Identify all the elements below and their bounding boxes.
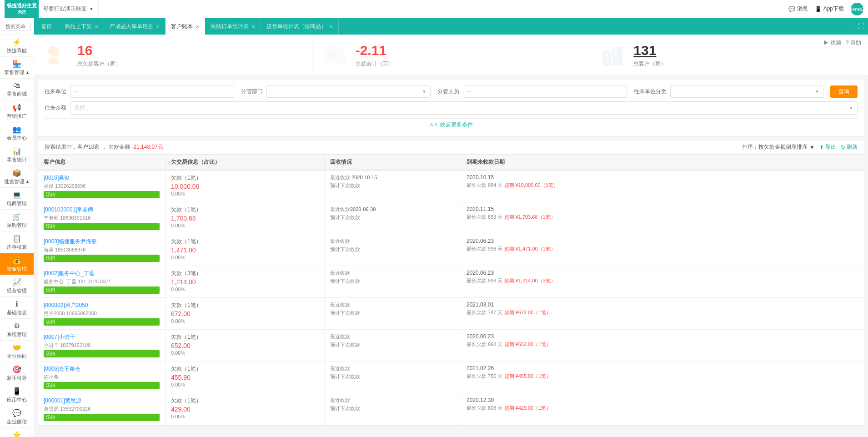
- refresh-btn[interactable]: ↻ 刷新: [841, 143, 858, 151]
- sidebar-item-purchase-mgmt[interactable]: 🛒 采购管理: [0, 210, 34, 231]
- stat3-content: 131 总客户（家）: [633, 43, 666, 68]
- dept-chevron-icon: ▼: [422, 89, 426, 94]
- source-unit-label: 往来单位: [45, 88, 66, 95]
- filter-unit-class: 往来单位分类 ▼: [634, 85, 823, 98]
- due-link-6[interactable]: 超期 ¥455.90（1笔）: [504, 373, 552, 379]
- due-link-5[interactable]: 超期 ¥652.00（1笔）: [504, 342, 552, 347]
- user-profile[interactable]: demo2: [851, 3, 863, 15]
- sidebar-item-changhui[interactable]: ⭐ 畅会员: [0, 428, 34, 437]
- message-btn[interactable]: 💬 消息: [788, 5, 808, 13]
- sidebar-item-enterprise-wechat[interactable]: 💬 企业微信: [0, 406, 34, 428]
- td-recover-3: 最近收款 预计下次收款: [325, 266, 461, 297]
- purchase-mgmt-icon: 🛒: [12, 212, 21, 221]
- customer-link-4[interactable]: [000002]用户2050: [44, 301, 160, 309]
- dept-select[interactable]: ▼: [266, 85, 431, 98]
- video-btn[interactable]: ▶ 视频: [823, 39, 841, 47]
- basic-info-icon: ℹ: [15, 300, 18, 308]
- sidebar-search[interactable]: [0, 18, 34, 35]
- stat2-label: 欠款合计（万）: [356, 60, 394, 68]
- sidebar-item-marketing[interactable]: 📢 营销推广: [0, 100, 34, 122]
- td-customer-7: [000001]黄思源 黄思源 13552700226 现销: [38, 393, 166, 425]
- sidebar-item-batch-mgmt[interactable]: 📦 批发管理 ▲: [0, 166, 34, 188]
- tab-customer-account[interactable]: 客户账本 ✕: [166, 18, 205, 35]
- customer-link-0[interactable]: [0016]吴俊: [44, 174, 160, 182]
- due-link-4[interactable]: 超期 ¥672.00（1笔）: [504, 310, 552, 315]
- svg-rect-6: [605, 57, 608, 60]
- due-link-7[interactable]: 超期 ¥429.00（1笔）: [504, 405, 552, 411]
- tabs-expand-btn[interactable]: ⛶: [858, 23, 864, 30]
- customer-link-3[interactable]: [0002]服务中心_丁磊: [44, 270, 160, 277]
- logo: 畅捷通好生意示范: [5, 0, 39, 18]
- balance-chevron-icon: ▼: [849, 105, 853, 111]
- td-debt-2: 欠款（1笔） 1,471.00 0.00%: [166, 234, 325, 266]
- sidebar-item-retail-mall[interactable]: 🛍 零售商城: [0, 79, 34, 100]
- close-tab-purchase-stats[interactable]: ✕: [329, 24, 333, 29]
- close-tab-product-history[interactable]: ✕: [156, 24, 160, 29]
- close-tab-product-listing[interactable]: ✕: [95, 24, 98, 29]
- sidebar-item-app-center[interactable]: 📱 应用中心: [0, 384, 34, 406]
- sidebar-item-quick-nav[interactable]: ⚡ 快捷导航: [0, 35, 34, 57]
- search-menu-input[interactable]: [3, 22, 31, 31]
- sidebar-item-basic-info[interactable]: ℹ 基础信息: [0, 297, 34, 319]
- tabs-collapse-btn[interactable]: —: [849, 23, 856, 30]
- close-tab-purchase-order[interactable]: ✕: [251, 24, 255, 29]
- tab-product-listing[interactable]: 商品上下架 ✕: [59, 18, 104, 35]
- sidebar-item-operations[interactable]: 📈 经营管理: [0, 275, 34, 297]
- due-link-1[interactable]: 超期 ¥1,703.68（1笔）: [504, 214, 556, 220]
- finance-icon: 💰: [12, 256, 21, 265]
- customer-phone-0: 吴俊 13026203696: [44, 183, 160, 190]
- customer-link-6[interactable]: [0006]去下粮仓: [44, 365, 160, 373]
- due-link-2[interactable]: 超期 ¥1,471.00（1笔）: [504, 246, 556, 251]
- help-btn[interactable]: ? 帮助: [846, 39, 861, 47]
- tabs-bar: 首页 商品上下架 ✕ 产成品入库单历史 ✕ 客户账本 ✕ 采购订单统计表 ✕ 进…: [34, 18, 868, 35]
- sidebar-item-new-guide[interactable]: 🎯 新手引导: [0, 362, 34, 384]
- export-icon: ⬆: [819, 144, 824, 151]
- query-button[interactable]: 查询: [830, 85, 858, 98]
- sidebar-item-retail-mgmt[interactable]: 🏪 零售管理 ▲: [0, 57, 34, 79]
- export-btn[interactable]: ⬆ 导出: [819, 143, 836, 151]
- tab-home[interactable]: 首页: [34, 18, 59, 35]
- due-link-3[interactable]: 超期 ¥1,214.00（3笔）: [504, 278, 556, 283]
- balance-select[interactable]: 选择... ▼: [70, 101, 858, 115]
- new-guide-icon: 🎯: [12, 365, 21, 374]
- tab-purchase-stats[interactable]: 进货单统计表（按商品） ✕: [261, 18, 339, 35]
- due-link-0[interactable]: 超期 ¥10,000.00（1笔）: [504, 182, 558, 188]
- sidebar-item-system[interactable]: ⚙ 系统管理: [0, 319, 34, 341]
- sidebar-item-member[interactable]: 👥 会员中心: [0, 122, 34, 144]
- sort-selector[interactable]: 排序：按欠款金额倒序排序 ▼: [742, 143, 815, 151]
- sidebar-item-ecommerce[interactable]: 💻 电商管理: [0, 188, 34, 210]
- svg-rect-8: [614, 53, 617, 55]
- td-debt-0: 欠款（1笔） 10,000.00 0.00%: [166, 171, 325, 202]
- tab-product-history[interactable]: 产成品入库单历史 ✕: [104, 18, 166, 35]
- customer-tag-0: 现销: [44, 191, 160, 198]
- tabs-actions: — ⛶: [846, 23, 868, 30]
- table-header: 客户信息 欠交易信息（占比） 回收情况 到期未收款日期: [38, 155, 864, 171]
- customer-link-1[interactable]: [0001020001]李老师: [44, 206, 160, 214]
- table-row: [0003]畅捷服务尹海燕 海燕 18513066976 现销 欠款（1笔） 1…: [38, 234, 864, 266]
- avatar: demo2: [851, 3, 863, 15]
- close-tab-customer-account[interactable]: ✕: [196, 24, 199, 29]
- filter-row-1: 往来单位 ··· 分管部门 ▼ 分管人员: [45, 85, 858, 98]
- customer-link-5[interactable]: [0007]小进干: [44, 333, 160, 341]
- collapse-more-btn[interactable]: ∧∧ 收起更多条件: [45, 118, 858, 131]
- tab-purchase-order[interactable]: 采购订单统计表 ✕: [205, 18, 261, 35]
- table-row: [0001020001]李老师 李老师 18600391516 现销 欠款（1笔…: [38, 202, 864, 234]
- customer-link-2[interactable]: [0003]畅捷服务尹海燕: [44, 238, 160, 246]
- manager-input[interactable]: ···: [463, 85, 627, 98]
- app-download-btn[interactable]: 📱 App下载: [815, 5, 844, 13]
- company-selector[interactable]: 母婴行业演示账套 ▼: [39, 0, 99, 18]
- sidebar-item-inventory[interactable]: 📋 库存核算: [0, 231, 34, 253]
- td-customer-0: [0016]吴俊 吴俊 13026203696 现销: [38, 171, 166, 202]
- expand-arrow-icon: ▲: [25, 70, 30, 75]
- source-unit-input[interactable]: ···: [70, 85, 234, 98]
- sidebar-item-retail-stats[interactable]: 📊 零售统计: [0, 144, 34, 166]
- unit-class-select[interactable]: ▼: [670, 85, 823, 98]
- td-customer-4: [000002]用户2050 用户2050 18665062050 现销: [38, 298, 166, 329]
- customer-link-7[interactable]: [000001]黄思源: [44, 397, 160, 405]
- app-center-icon: 📱: [12, 387, 21, 396]
- sidebar-item-enterprise[interactable]: 🤝 企业协同: [0, 341, 34, 362]
- td-debt-5: 欠款（1笔） 652.00 0.00%: [166, 330, 325, 361]
- sidebar-item-finance[interactable]: 💰 资金管理: [0, 253, 34, 275]
- refresh-icon: ↻: [841, 144, 845, 151]
- debt-percent-0: 0.00%: [171, 191, 319, 196]
